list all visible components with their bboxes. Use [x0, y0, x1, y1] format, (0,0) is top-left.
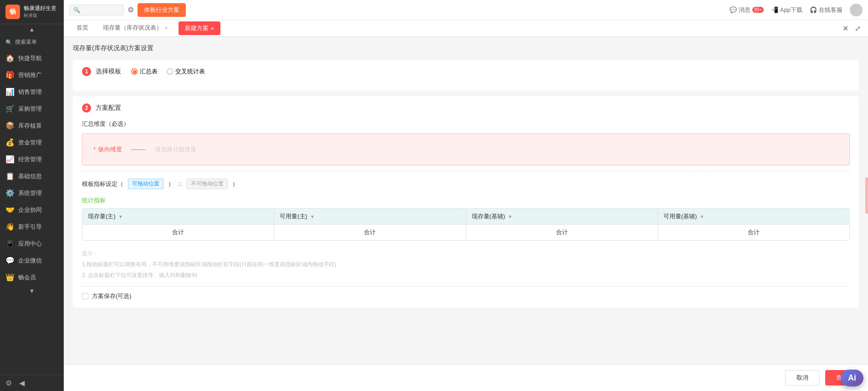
stats-cell-0: 合计: [82, 224, 274, 240]
tips-item2: 2. 点击标题栏下拉可设置排序、插入列和删除列: [82, 270, 850, 281]
sidebar-item-finance[interactable]: 💰 资金管理: [0, 134, 64, 151]
section2-num: 2: [82, 103, 91, 113]
try-industry-button[interactable]: 体验行业方案: [138, 3, 186, 17]
section1-header: 1 选择模板 汇总表 交叉统计表: [82, 67, 850, 76]
stats-col-0[interactable]: 现存量(主) ▼: [82, 209, 274, 224]
settings-icon[interactable]: ⚙: [5, 379, 12, 387]
sidebar-item-app-center[interactable]: 📱 应用中心: [0, 235, 64, 252]
stats-cell-2: 合计: [466, 224, 658, 240]
sidebar-item-inventory[interactable]: 📦 库存核算: [0, 117, 64, 134]
tab-new-plan[interactable]: 新建方案 ×: [179, 21, 220, 35]
sidebar-item-marketing[interactable]: 🎁 营销推广: [0, 67, 64, 83]
sidebar: 畅 畅康通好生意 标准版 ▲ 🔍 搜索菜单 🏠 快捷导航 🎁 营销推广 📊 销售…: [0, 0, 64, 391]
tabs-right-controls: ✕ ⤢: [841, 22, 863, 35]
dim-required-label: * 纵向维度: [93, 145, 122, 154]
headset-icon: 🎧: [810, 6, 817, 13]
chevron-down-icon-3: ▼: [700, 214, 704, 219]
online-service-button[interactable]: 🎧 在线客服: [810, 6, 842, 14]
indicator-settings: 模板指标设定（ 可拖动位置 ） □ 不可拖动位置 ）: [82, 179, 850, 189]
save-checkbox[interactable]: [82, 293, 88, 299]
user-avatar[interactable]: [850, 4, 863, 16]
summary-dim-label: 汇总维度（必选）: [82, 120, 850, 128]
tab-inventory-status[interactable]: 现存量（库存状况表） ×: [96, 20, 175, 36]
app-download-icon: 📲: [771, 6, 778, 13]
tips-section: 提示： 1.拖动标题栏可以调整布局，不可跨维度或指标区域拖动栏目字段(只能在同一…: [82, 248, 850, 281]
topbar-search-box[interactable]: 🔍: [69, 5, 124, 15]
chevron-down-icon-1: ▼: [310, 214, 315, 219]
tab-home[interactable]: 首页: [69, 20, 96, 36]
topbar-search-icon: 🔍: [73, 7, 80, 13]
sidebar-scroll-up[interactable]: ▲: [0, 24, 64, 35]
save-option: 方案保存(可选): [82, 292, 850, 300]
app-center-icon: 📱: [5, 239, 15, 248]
radio-summary[interactable]: 汇总表: [131, 67, 158, 76]
page-title: 现存量(库存状况表)方案设置: [73, 44, 859, 52]
sidebar-item-system[interactable]: ⚙️ 系统管理: [0, 185, 64, 201]
sidebar-bottom: ⚙ ◀: [0, 375, 64, 391]
inventory-icon: 📦: [5, 121, 15, 130]
app-name: 畅康通好生意: [24, 5, 56, 12]
radio-summary-inner: [133, 70, 136, 73]
separator1: [82, 171, 850, 171]
sidebar-nav: 🏠 快捷导航 🎁 营销推广 📊 销售管理 🛒 采购管理 📦 库存核算 💰 资金管…: [0, 50, 64, 286]
sidebar-item-quick-nav[interactable]: 🏠 快捷导航: [0, 50, 64, 67]
section2-title: 方案配置: [96, 104, 121, 112]
message-button[interactable]: 💬 消息 99+: [730, 6, 764, 14]
stats-col-2[interactable]: 现存量(基辅) ▼: [466, 209, 658, 224]
message-badge: 99+: [752, 7, 764, 13]
radio-summary-circle: [131, 68, 138, 75]
ai-badge[interactable]: Ai: [841, 370, 863, 386]
tab-expand-button[interactable]: ⤢: [853, 22, 863, 35]
chevron-down-icon-0: ▼: [118, 214, 123, 219]
topbar-right: 💬 消息 99+ 📲 App下载 🎧 在线客服: [730, 4, 863, 16]
stats-cell-3: 合计: [658, 224, 849, 240]
section1-title: 选择模板: [96, 67, 121, 76]
tab-close-inventory[interactable]: ×: [165, 25, 168, 31]
sidebar-item-member[interactable]: 👑 畅会员: [0, 269, 64, 286]
app-edition: 标准版: [24, 12, 56, 19]
base-info-icon: 📋: [5, 172, 15, 180]
stats-col-1[interactable]: 可用量(主) ▼: [274, 209, 466, 224]
collapse-icon[interactable]: ◀: [19, 379, 25, 387]
main-content: 🔍 ⚙ 体验行业方案 💬 消息 99+ 📲 App下载 🎧 在线客服: [64, 0, 868, 391]
tab-close-window-button[interactable]: ✕: [841, 22, 850, 35]
content-area: 现存量(库存状况表)方案设置 1 选择模板 汇总表 交叉统计表: [64, 37, 868, 364]
app-download-button[interactable]: 📲 App下载: [771, 6, 802, 14]
stats-table: 现存量(主) ▼ 可用量(主) ▼ 现存量(基辅) ▼ 可用量(基辅) ▼: [82, 208, 850, 241]
sidebar-search[interactable]: 🔍 搜索菜单: [0, 35, 64, 50]
section2-header: 2 方案配置: [82, 103, 850, 113]
sidebar-item-corp-wechat[interactable]: 💬 企业微信: [0, 252, 64, 269]
sidebar-item-sales[interactable]: 📊 销售管理: [0, 83, 64, 100]
app-logo-icon: 畅: [5, 5, 20, 19]
movable-tag: 可拖动位置: [128, 179, 163, 189]
footer: 取消 查询: [64, 364, 868, 391]
sidebar-item-corp[interactable]: 🤝 企业协同: [0, 201, 64, 218]
sidebar-item-newbie[interactable]: 👋 新手引导: [0, 218, 64, 235]
marketing-icon: 🎁: [5, 71, 15, 79]
sidebar-item-purchase[interactable]: 🛒 采购管理: [0, 100, 64, 117]
corp-wechat-icon: 💬: [5, 256, 15, 265]
cancel-button[interactable]: 取消: [785, 370, 820, 386]
separator2: [82, 286, 850, 287]
dimension-area[interactable]: * 纵向维度 —— 请选择分组维度: [82, 134, 850, 165]
section-choose-template: 1 选择模板 汇总表 交叉统计表: [73, 60, 859, 91]
tips-title: 提示：: [82, 250, 98, 257]
sidebar-item-operations[interactable]: 📈 经营管理: [0, 151, 64, 168]
sidebar-scroll-down[interactable]: ▼: [0, 286, 64, 296]
stats-cell-1: 合计: [274, 224, 466, 240]
section1-num: 1: [82, 67, 91, 76]
operations-icon: 📈: [5, 155, 15, 164]
stats-col-3[interactable]: 可用量(基辅) ▼: [658, 209, 849, 224]
member-icon: 👑: [5, 273, 15, 282]
message-icon: 💬: [730, 6, 737, 13]
corp-icon: 🤝: [5, 206, 15, 214]
sidebar-item-base-info[interactable]: 📋 基础信息: [0, 168, 64, 185]
search-icon: 🔍: [5, 39, 12, 46]
radio-cross[interactable]: 交叉统计表: [167, 67, 205, 76]
section-plan-config: 2 方案配置 汇总维度（必选） * 纵向维度 —— 请选择分组维度 模板指标设定…: [73, 96, 859, 308]
topbar-settings-icon[interactable]: ⚙: [128, 5, 134, 14]
topbar-left: 🔍 ⚙ 体验行业方案: [69, 3, 725, 17]
tab-close-new[interactable]: ×: [210, 25, 214, 32]
newbie-icon: 👋: [5, 222, 15, 231]
quick-nav-icon: 🏠: [5, 54, 15, 62]
